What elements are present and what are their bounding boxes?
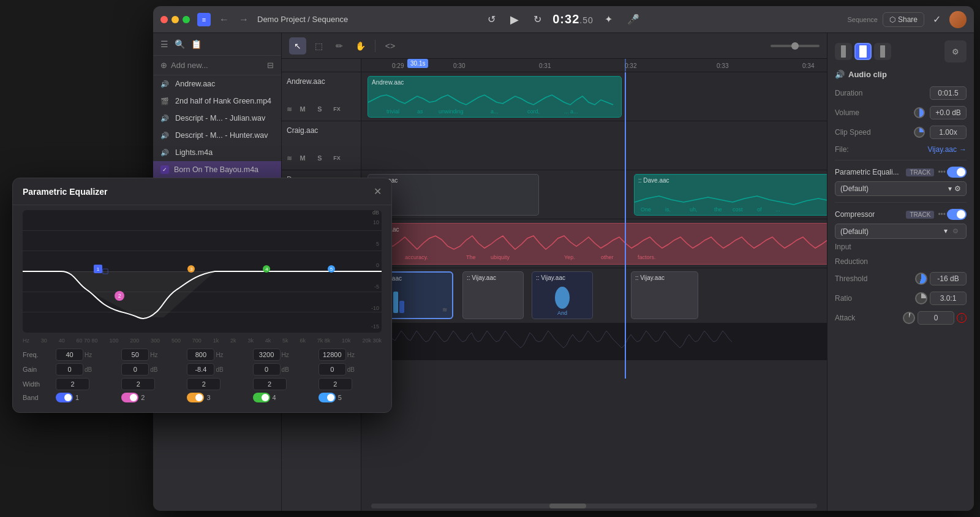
eq-gain-4-input[interactable] <box>253 363 281 375</box>
clip-andrew-1[interactable]: Andrew.aac trivial as unw <box>368 76 622 118</box>
compressor-more-btn[interactable]: ••• <box>938 210 946 219</box>
eq-width-2-input[interactable] <box>121 378 155 390</box>
duration-value[interactable]: 0:01.5 <box>930 86 967 100</box>
volume-knob[interactable] <box>914 107 925 118</box>
eq-width-3-input[interactable] <box>187 378 221 390</box>
panel-icon-left[interactable] <box>835 43 852 60</box>
panel-settings-button[interactable]: ⚙ <box>944 40 967 62</box>
back-button[interactable]: ← <box>216 13 233 26</box>
track-row-andrew[interactable]: Andrew.aac trivial as unw <box>361 72 827 121</box>
clip-vijay-3[interactable]: :: Vijay.aac And <box>532 271 593 319</box>
file-link[interactable]: Vijay.aac <box>927 145 957 154</box>
track-row-vijay[interactable]: :: Vijay.aac <box>361 268 827 323</box>
panel-icon-right[interactable] <box>874 43 891 60</box>
eq-band-2-toggle[interactable] <box>121 393 138 402</box>
volume-value[interactable]: +0.0 dB <box>930 106 967 119</box>
eq-width-1-input[interactable] <box>56 378 89 390</box>
eq-band-4-toggle[interactable] <box>253 393 270 402</box>
clip-speed-knob[interactable] <box>914 127 925 138</box>
eq-band-point-1[interactable]: 1 <box>94 265 102 273</box>
comp-settings-icon[interactable]: ⚙ <box>950 227 961 236</box>
eq-gain-5-input[interactable] <box>318 363 346 375</box>
sidebar-item-2[interactable]: 🔊 Descript - M... - Julian.wav <box>153 110 281 127</box>
eq-width-4-input[interactable] <box>253 378 287 390</box>
eq-gain-3-input[interactable] <box>187 363 214 375</box>
track-row-dave[interactable]: Dave.aac :: Dave.aac One <box>361 170 827 219</box>
clip-vijay-4[interactable]: :: Vijay.aac <box>631 271 698 319</box>
mic-btn[interactable]: 🎤 <box>624 12 643 26</box>
eq-preset-dropdown[interactable]: (Default) ▾ ⚙ <box>835 181 967 196</box>
zoom-track[interactable] <box>771 45 820 47</box>
mute-button-craig[interactable]: M <box>296 151 309 165</box>
eq-gain-2-input[interactable] <box>121 363 149 375</box>
eq-graph[interactable]: 10 5 0 -5 -10 -15 dB 1 2 3 4 5 <box>23 210 382 333</box>
cursor-tool[interactable]: ↖ <box>289 37 306 55</box>
sidebar-item-0[interactable]: 🔊 Andrew.aac <box>153 75 281 92</box>
attack-knob[interactable] <box>903 312 915 324</box>
sidebar-item-4[interactable]: 🔊 Lights.m4a <box>153 144 281 161</box>
attack-info-icon[interactable]: i <box>957 313 967 323</box>
clip-dave-2[interactable]: :: Dave.aac One is, uh, the <box>634 174 827 216</box>
threshold-knob[interactable] <box>915 273 927 285</box>
add-new-button[interactable]: ⊕ Add new... ⊟ <box>153 56 281 75</box>
eq-width-5-input[interactable] <box>318 378 352 390</box>
solo-button-andrew[interactable]: S <box>313 102 326 116</box>
eq-band-5-toggle[interactable] <box>318 393 336 402</box>
maximize-button[interactable] <box>183 16 190 23</box>
eq-freq-4-input[interactable] <box>253 349 281 361</box>
eq-gain-1-input[interactable] <box>56 363 83 375</box>
fx-button-craig[interactable]: FX <box>330 151 344 165</box>
timeline-scrollbar[interactable] <box>371 504 817 508</box>
eq-freq-5-input[interactable] <box>318 349 346 361</box>
undo-transport-btn[interactable]: ↺ <box>484 12 499 26</box>
eq-toggle[interactable] <box>947 167 967 178</box>
minimize-button[interactable] <box>172 16 179 23</box>
eq-freq-2-input[interactable] <box>121 349 149 361</box>
track-row-craig[interactable] <box>361 121 827 170</box>
eq-band-point-2[interactable]: 2 <box>115 291 124 301</box>
forward-button[interactable]: → <box>235 13 252 26</box>
library-icon-btn[interactable]: 📋 <box>191 39 202 49</box>
compressor-toggle[interactable] <box>947 209 967 220</box>
code-tool[interactable]: <> <box>382 37 399 55</box>
mute-button-andrew[interactable]: M <box>296 102 309 116</box>
close-button[interactable] <box>160 16 168 23</box>
sidebar-item-3[interactable]: 🔊 Descript - M... - Hunter.wav <box>153 127 281 144</box>
eq-freq-3-input[interactable] <box>187 349 214 361</box>
eq-freq-1-input[interactable] <box>56 349 83 361</box>
eq-band-point-3[interactable]: 3 <box>187 265 195 273</box>
rectangle-tool[interactable]: ⬚ <box>310 37 327 55</box>
checkmark-btn[interactable]: ✓ <box>929 12 944 26</box>
eq-band-point-5[interactable]: 5 <box>328 265 335 273</box>
track-row-sonal[interactable]: Sonal.aac reat accuracy. The ubiquity <box>361 219 827 268</box>
clip-vijay-2[interactable]: :: Vijay.aac <box>462 271 524 319</box>
panel-icon-center[interactable] <box>854 43 872 60</box>
compressor-preset-dropdown[interactable]: (Default) ▾ ⚙ <box>835 224 967 239</box>
ratio-knob[interactable] <box>915 292 927 304</box>
clip-speed-value[interactable]: 1.00x <box>930 126 967 139</box>
clip-dave-1[interactable]: Dave.aac <box>368 174 539 216</box>
sidebar-item-1[interactable]: 🎬 2nd half of Hank Green.mp4 <box>153 92 281 110</box>
share-button[interactable]: ⬡ Parametric Equali... Share <box>883 12 924 27</box>
hand-tool[interactable]: ✋ <box>352 37 369 55</box>
eq-band-3-toggle[interactable] <box>187 393 204 402</box>
threshold-value[interactable]: -16 dB <box>930 272 967 285</box>
play-button[interactable]: ▶ <box>507 12 522 28</box>
fx-button-andrew[interactable]: FX <box>330 102 344 116</box>
sidebar-item-5[interactable]: ✓ Born On The Bayou.m4a <box>153 161 281 178</box>
clip-sonal-1[interactable]: Sonal.aac reat accuracy. The ubiquity <box>368 223 827 265</box>
menu-icon-btn[interactable]: ☰ <box>160 39 168 49</box>
eq-band-1-toggle[interactable] <box>56 393 73 402</box>
ratio-value[interactable]: 3.0:1 <box>930 292 967 305</box>
search-icon-btn[interactable]: 🔍 <box>175 39 185 49</box>
redo-transport-btn[interactable]: ↻ <box>530 12 545 26</box>
attack-value[interactable]: 0 <box>918 311 954 325</box>
sparkle-btn[interactable]: ✦ <box>601 12 616 26</box>
solo-button-craig[interactable]: S <box>313 151 326 165</box>
pencil-tool[interactable]: ✏ <box>331 37 348 55</box>
eq-settings-icon[interactable]: ⚙ <box>954 184 961 193</box>
eq-close-button[interactable]: ✕ <box>374 186 382 197</box>
eq-band-point-4[interactable]: 4 <box>263 265 270 273</box>
eq-more-btn[interactable]: ••• <box>938 168 946 176</box>
track-row-lightmyfire[interactable] <box>361 323 827 360</box>
